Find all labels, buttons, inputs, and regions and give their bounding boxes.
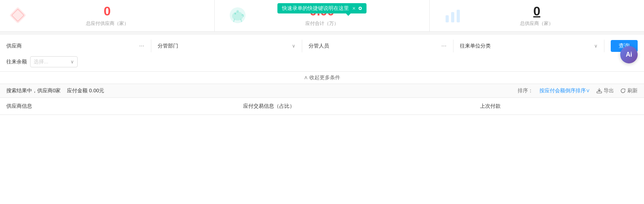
refresh-label: 刷新: [627, 87, 638, 94]
person-input[interactable]: [332, 43, 441, 49]
ai-label: Ai: [626, 51, 632, 58]
table-col-supplier-info: 供应商信息: [6, 103, 243, 110]
department-filter: 分管部门 ∨: [151, 40, 303, 52]
department-arrow-icon: ∨: [292, 43, 295, 49]
table-col-last-payment: 上次付款: [480, 103, 638, 110]
results-info: 搜索结果中，供应商0家 应付金额 0.00元: [6, 87, 104, 94]
tooltip-close-icon[interactable]: ×: [352, 5, 355, 11]
person-label: 分管人员: [309, 42, 329, 50]
results-actions: 排序： 按应付会额倒序排序∨ 导出 刷新: [518, 87, 638, 94]
chart-icon: [442, 4, 464, 27]
svg-point-5: [236, 10, 239, 12]
balance-placeholder: 选择...: [34, 58, 70, 65]
export-button[interactable]: 导出: [596, 87, 614, 94]
unit-class-arrow-icon: ∨: [594, 43, 598, 49]
stat-total-payable-suppliers: 0 总应付供应商（家）: [0, 0, 215, 31]
supplier-label: 供应商: [6, 42, 22, 50]
sort-label: 排序：: [518, 87, 533, 94]
export-icon: [596, 88, 602, 93]
department-label: 分管部门: [158, 42, 178, 50]
tooltip-banner: 快速录单的快捷键说明在这里 ×: [277, 3, 366, 13]
table-header: 供应商信息 应付交易信息（占比） 上次付款: [0, 98, 644, 115]
stat-total-suppliers: 0 总供应商（家）: [430, 0, 644, 31]
collapse-bar[interactable]: ∧ 收起更多条件: [0, 72, 644, 84]
refresh-icon: [620, 88, 626, 93]
refresh-button[interactable]: 刷新: [620, 87, 638, 94]
export-label: 导出: [604, 87, 614, 94]
tooltip-dot: [359, 7, 362, 10]
department-select[interactable]: ∨: [181, 43, 296, 49]
balance-select[interactable]: 选择... ∨: [30, 56, 78, 67]
filter-row-2: 往来余额 选择... ∨: [6, 56, 638, 71]
svg-rect-8: [457, 10, 460, 22]
results-bar: 搜索结果中，供应商0家 应付金额 0.00元 排序： 按应付会额倒序排序∨ 导出…: [0, 84, 644, 98]
svg-rect-6: [446, 15, 449, 22]
person-dots-icon[interactable]: ···: [441, 42, 446, 50]
filter-row-1: 供应商 ··· 分管部门 ∨ 分管人员 ··· 往来单位分类 ∨: [6, 40, 638, 52]
svg-point-4: [234, 13, 236, 14]
stats-bar: 0 总应付供应商（家） 快速录单的快捷键说明在这里 × 0.00 应付合计（万）: [0, 0, 644, 32]
svg-rect-9: [597, 92, 602, 93]
svg-rect-7: [451, 12, 454, 22]
supplier-filter: 供应商 ···: [6, 40, 151, 52]
ai-badge[interactable]: Ai: [620, 46, 638, 63]
person-filter: 分管人员 ···: [302, 40, 453, 52]
filter-bar: 供应商 ··· 分管部门 ∨ 分管人员 ··· 往来单位分类 ∨: [0, 35, 644, 72]
table-body: [0, 115, 644, 204]
balance-arrow-icon: ∨: [70, 59, 74, 65]
stat-payable-total: 快速录单的快捷键说明在这里 × 0.00 应付合计（万）: [215, 0, 429, 31]
unit-class-select[interactable]: ∨: [494, 43, 598, 49]
sort-value[interactable]: 按应付会额倒序排序∨: [539, 87, 590, 94]
supplier-dots-icon[interactable]: ···: [139, 42, 144, 50]
unit-class-label: 往来单位分类: [460, 42, 491, 50]
payable-total-label: 应付合计（万）: [305, 20, 339, 27]
supplier-input[interactable]: [25, 43, 139, 49]
supplier-count-text: 搜索结果中，供应商0家: [6, 87, 61, 94]
total-suppliers-label: 总供应商（家）: [520, 20, 553, 27]
table-col-payable-info: 应付交易信息（占比）: [243, 103, 480, 110]
balance-label: 往来余额: [6, 58, 27, 65]
payable-amount-text: 应付金额 0.00元: [67, 87, 104, 94]
collapse-text: ∧ 收起更多条件: [304, 74, 341, 80]
diamond-icon: [8, 5, 28, 26]
svg-point-3: [232, 11, 243, 20]
tooltip-text: 快速录单的快捷键说明在这里: [282, 5, 349, 12]
total-payable-suppliers-number: 0: [104, 4, 111, 18]
piggy-icon: [227, 4, 249, 27]
unit-class-filter: 往来单位分类 ∨: [453, 40, 605, 52]
total-payable-suppliers-label: 总应付供应商（家）: [86, 20, 129, 27]
total-suppliers-number: 0: [533, 4, 540, 18]
